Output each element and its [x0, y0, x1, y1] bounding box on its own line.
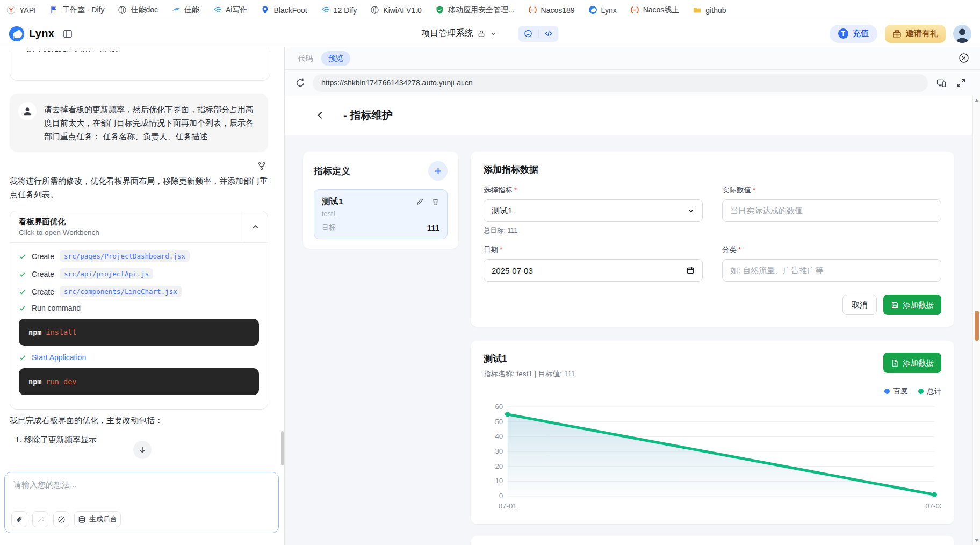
coin-icon: T [838, 28, 848, 39]
chart-add-data-button[interactable]: 添加数据 [883, 353, 941, 373]
bookmark-label: Lynx [601, 6, 617, 15]
bookmark-item[interactable]: 佳能doc [118, 5, 158, 15]
bookmark-item[interactable]: YAPI [6, 5, 36, 15]
cancel-button[interactable]: 取消 [842, 295, 877, 315]
back-chevron-icon[interactable] [316, 111, 325, 120]
bookmark-item[interactable]: 移动应用安全管理... [435, 5, 515, 15]
bookmark-label: 佳能doc [131, 5, 158, 15]
bookmark-label: 移动应用安全管理... [448, 5, 515, 15]
scroll-to-bottom-button[interactable] [133, 441, 152, 459]
message-toolbar [14, 162, 266, 170]
database-icon [78, 515, 86, 524]
indicator-select[interactable]: 测试1 [484, 199, 703, 222]
arrow-down-icon [138, 446, 147, 454]
page-body: 指标定义 测试1 [285, 135, 972, 545]
bookmark-label: Ai写作 [226, 5, 247, 15]
tab-preview[interactable]: 预览 [321, 51, 350, 66]
bookmark-item[interactable]: 12 Dify [321, 5, 357, 15]
gift-icon [892, 29, 902, 38]
refresh-icon[interactable] [296, 78, 305, 88]
app-header: Lynx 项目管理系统 [0, 20, 980, 47]
step-file-path[interactable]: src/components/LineChart.jsx [60, 286, 182, 297]
chat-input-placeholder: 请输入您的想法... [13, 480, 77, 489]
url-input[interactable]: https://shkbln1747661434278.auto.yunji-a… [313, 74, 928, 92]
svg-text:07-01: 07-01 [499, 502, 517, 510]
bookmark-item[interactable]: Nacos189 [528, 5, 575, 15]
submit-add-data-button[interactable]: 添加数据 [883, 295, 941, 315]
device-toggle-icon[interactable] [936, 78, 947, 88]
edit-icon[interactable] [416, 198, 424, 206]
legend-item[interactable]: 总计 [918, 386, 941, 396]
select-indicator-label: 选择指标 [484, 186, 513, 194]
recharge-button[interactable]: T 充值 [830, 25, 877, 43]
avatar[interactable] [953, 25, 971, 43]
date-label: 日期 [484, 246, 498, 254]
indicator-chart-card: 测试1 指标名称: test1 | 目标值: 111 添加数据 百度总计 010… [471, 341, 954, 524]
bookmark-item[interactable]: BlackFoot [261, 5, 307, 15]
globe-favicon [118, 5, 127, 15]
check-icon [19, 304, 26, 312]
step-action: Create [32, 252, 54, 261]
step-file-path[interactable]: src/pages/ProjectDashboard.jsx [60, 250, 190, 262]
preview-scrollbar[interactable] [972, 96, 980, 545]
legend-item[interactable]: 百度 [884, 386, 907, 396]
project-name: 项目管理系统 [422, 28, 473, 39]
step-action: Create [32, 288, 54, 296]
generate-backend-button[interactable]: 生成后台 [74, 511, 121, 527]
bookmark-item[interactable]: KiwiAI V1.0 [370, 5, 422, 15]
brand[interactable]: Lynx [9, 26, 54, 42]
chat-scrollbar-thumb[interactable] [281, 431, 284, 465]
category-label: 分类 [722, 246, 737, 254]
chat-message-list[interactable]: 据可优化更加灵活和精确。 请去掉看板的更新频率，然后优化下界面，指标部分占用高度… [0, 51, 280, 464]
bookmark-item[interactable]: Nacos线上 [630, 5, 680, 15]
chat-mode-button[interactable] [518, 26, 538, 42]
category-input[interactable]: 如: 自然流量、广告推广等 [722, 259, 941, 282]
mode-switch [518, 26, 559, 42]
date-input[interactable]: 2025-07-03 [484, 259, 703, 282]
scrollbar-down-arrow[interactable] [975, 539, 979, 542]
check-icon [19, 288, 26, 296]
pin-favicon [261, 5, 270, 15]
bookmark-item[interactable]: Ai写作 [213, 5, 247, 15]
category-placeholder: 如: 自然流量、广告推广等 [730, 266, 823, 276]
required-mark: * [500, 246, 502, 254]
code-mode-button[interactable] [539, 26, 559, 42]
chat-input[interactable]: 请输入您的想法... [4, 472, 279, 533]
workbench-card-header: 看板界面优化 Click to open Workbench [10, 211, 268, 243]
lynx-favicon [588, 5, 597, 15]
lynx-logo-icon [9, 26, 25, 42]
trash-icon[interactable] [431, 198, 439, 206]
assistant-summary: 我已完成看板界面的优化，主要改动包括： [10, 414, 268, 427]
add-indicator-button[interactable] [428, 161, 448, 181]
check-icon [19, 270, 26, 278]
close-icon[interactable] [959, 53, 969, 63]
bookmark-label: Nacos线上 [643, 5, 680, 15]
workbench-card[interactable]: 看板界面优化 Click to open Workbench Createsrc… [10, 211, 268, 410]
start-application-link[interactable]: Start Application [32, 353, 86, 362]
attach-button[interactable] [11, 511, 27, 527]
fullscreen-icon[interactable] [956, 78, 966, 88]
draw-off-button[interactable] [53, 511, 69, 527]
invite-button[interactable]: 邀请有礼 [885, 25, 946, 43]
bookmark-item[interactable]: 工作室 - Dify [49, 5, 105, 15]
collapse-button[interactable] [243, 211, 268, 242]
project-switcher[interactable]: 项目管理系统 [422, 28, 497, 39]
tab-code[interactable]: 代码 [298, 54, 313, 63]
required-mark: * [514, 186, 517, 194]
assistant-intro: 我将进行所需的修改，优化看板界面布局，移除更新频率，并添加部门重点任务列表。 [10, 175, 268, 202]
step-action: Create [32, 270, 54, 278]
bookmark-item[interactable]: 佳能 [171, 5, 199, 15]
magic-wand-button[interactable] [32, 511, 48, 527]
scrollbar-up-arrow[interactable] [975, 99, 979, 102]
step-file-path[interactable]: src/api/projectApi.js [60, 268, 153, 279]
code-block-run-dev: npm run dev [19, 368, 259, 395]
branch-icon[interactable] [257, 162, 266, 170]
bookmark-item[interactable]: Lynx [588, 5, 617, 15]
scrollbar-thumb[interactable] [975, 311, 979, 341]
chart-title: 测试1 [484, 353, 941, 365]
bookmark-item[interactable]: github [693, 5, 726, 15]
indicator-list-item[interactable]: 测试1 test1 [314, 189, 448, 239]
indicator-card-title: 指标定义 [314, 165, 350, 177]
sidebar-toggle-icon[interactable] [63, 29, 73, 39]
actual-value-input[interactable]: 当日实际达成的数值 [722, 199, 941, 222]
